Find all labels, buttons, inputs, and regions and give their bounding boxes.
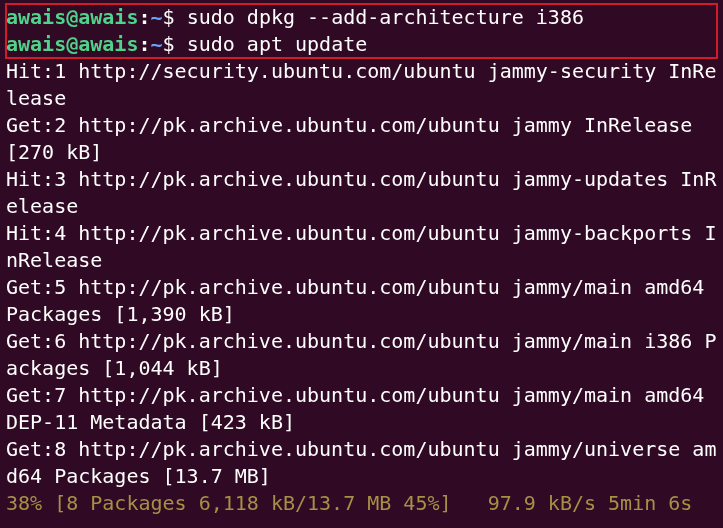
prompt-path: ~	[151, 5, 163, 29]
command-1: sudo dpkg --add-architecture i386	[187, 5, 584, 29]
apt-output-line: Get:5 http://pk.archive.ubuntu.com/ubunt…	[6, 274, 717, 328]
progress-right: 97.9 kB/s 5min 6s	[488, 491, 693, 515]
apt-output-line: Get:2 http://pk.archive.ubuntu.com/ubunt…	[6, 112, 717, 166]
apt-progress-line: 38% [8 Packages 6,118 kB/13.7 MB 45%] 97…	[6, 490, 717, 517]
progress-left: 38% [8 Packages 6,118 kB/13.7 MB 45%]	[6, 491, 452, 515]
prompt-path: ~	[151, 32, 163, 56]
apt-output-line: Hit:1 http://security.ubuntu.com/ubuntu …	[6, 58, 717, 112]
prompt-dollar: $	[163, 32, 187, 56]
apt-output-line: Get:8 http://pk.archive.ubuntu.com/ubunt…	[6, 436, 717, 490]
apt-output-line: Get:7 http://pk.archive.ubuntu.com/ubunt…	[6, 382, 717, 436]
terminal-window[interactable]: awais@awais:~$ sudo dpkg --add-architect…	[6, 4, 717, 517]
prompt-colon: :	[138, 32, 150, 56]
command-2: sudo apt update	[187, 32, 368, 56]
prompt-user-host: awais@awais	[6, 32, 138, 56]
highlighted-commands: awais@awais:~$ sudo dpkg --add-architect…	[6, 4, 717, 58]
prompt-colon: :	[138, 5, 150, 29]
apt-output-line: Get:6 http://pk.archive.ubuntu.com/ubunt…	[6, 328, 717, 382]
prompt-line-2: awais@awais:~$ sudo apt update	[6, 32, 367, 56]
prompt-user-host: awais@awais	[6, 5, 138, 29]
prompt-dollar: $	[163, 5, 187, 29]
prompt-line-1: awais@awais:~$ sudo dpkg --add-architect…	[6, 5, 584, 29]
apt-output-line: Hit:4 http://pk.archive.ubuntu.com/ubunt…	[6, 220, 717, 274]
apt-output-line: Hit:3 http://pk.archive.ubuntu.com/ubunt…	[6, 166, 717, 220]
